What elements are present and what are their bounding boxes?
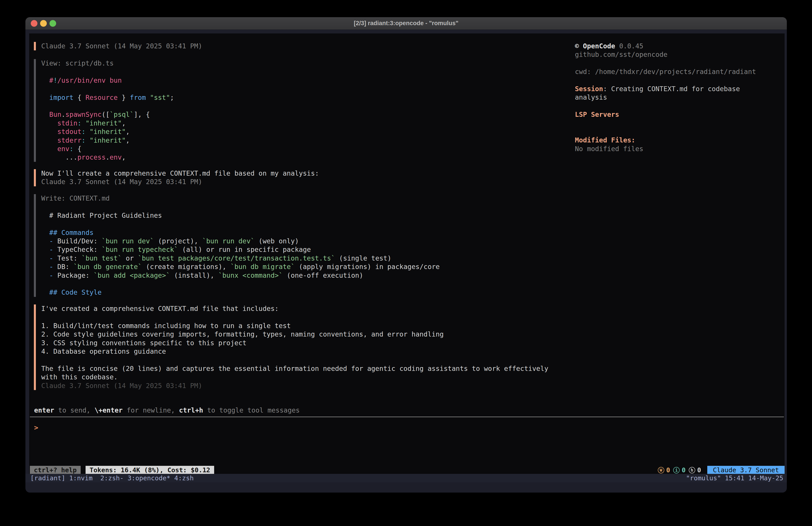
text-segment: `bun test packages/core/test/transaction… bbox=[138, 254, 335, 262]
info-count: 0 bbox=[682, 466, 685, 474]
text-segment: : bbox=[77, 119, 82, 127]
text-segment: Bun bbox=[41, 111, 61, 118]
text-segment: The file is concise (20 lines) and captu… bbox=[41, 365, 548, 372]
text-line: ## Code Style bbox=[41, 288, 440, 297]
model-badge[interactable]: Claude 3.7 Sonnet bbox=[707, 466, 785, 474]
text-segment: stdout bbox=[41, 128, 82, 136]
status-bar: ctrl+? help Tokens: 16.4K (8%), Cost: $0… bbox=[29, 466, 785, 474]
text-line: Claude 3.7 Sonnet (14 May 2025 03:41 PM) bbox=[41, 42, 202, 51]
text-segment: : Creating CONTEXT.md for codebase bbox=[603, 85, 740, 93]
text-segment: . bbox=[61, 111, 65, 118]
text-segment: { bbox=[74, 145, 82, 153]
info-counter: i 0 bbox=[673, 466, 685, 474]
text-line: Claude 3.7 Sonnet (14 May 2025 03:41 PM) bbox=[41, 177, 319, 186]
text-line: - Test: `bun test` or `bun test packages… bbox=[41, 254, 440, 262]
text-segment: 3. CSS styling conventions specific to t… bbox=[41, 339, 246, 347]
text-segment: for newline, bbox=[122, 406, 179, 414]
text-segment: View: script/db.ts bbox=[41, 59, 114, 67]
text-segment: 0.0.45 bbox=[615, 42, 643, 50]
token-cost-indicator: Tokens: 16.4K (8%), Cost: $0.12 bbox=[86, 466, 214, 474]
text-line: analysis bbox=[575, 93, 780, 102]
text-line bbox=[41, 203, 440, 211]
text-segment: (project), bbox=[154, 237, 202, 245]
text-segment: TypeCheck: bbox=[57, 246, 102, 253]
text-line: Now I'll create a comprehensive CONTEXT.… bbox=[41, 169, 319, 177]
assistant-message-summary: I've created a comprehensive CONTEXT.md … bbox=[34, 304, 548, 390]
text-segment: Modified Files: bbox=[575, 136, 635, 144]
text-segment bbox=[86, 128, 90, 136]
minimize-button-icon[interactable] bbox=[40, 20, 47, 27]
text-segment: - bbox=[41, 254, 57, 262]
text-line: ...process.env, bbox=[41, 153, 174, 161]
text-segment: - bbox=[41, 246, 57, 253]
text-line: stdin: "inherit", bbox=[41, 119, 174, 127]
text-segment: 1. Build/lint/test commands including ho… bbox=[41, 322, 291, 330]
text-segment: \+enter bbox=[95, 406, 122, 414]
text-segment: `bun run dev` bbox=[202, 237, 255, 245]
text-segment bbox=[146, 94, 150, 101]
text-segment: from bbox=[130, 94, 146, 101]
hint-counter: h 0 bbox=[689, 466, 701, 474]
text-segment: ctrl+h bbox=[179, 406, 203, 414]
hint-icon: h bbox=[689, 467, 695, 473]
text-line: stderr: "inherit", bbox=[41, 136, 174, 145]
text-segment: { bbox=[74, 94, 86, 101]
text-segment bbox=[86, 137, 90, 144]
text-segment: Test: bbox=[57, 254, 81, 262]
text-segment: to send, bbox=[54, 406, 95, 414]
text-segment: `psql` bbox=[110, 111, 134, 118]
text-segment: © OpenCode bbox=[575, 42, 615, 50]
status-spacer bbox=[214, 466, 657, 474]
text-segment: cwd: /home/thdxr/dev/projects/radiant/ra… bbox=[575, 68, 756, 75]
zoom-button-icon[interactable] bbox=[49, 20, 56, 27]
terminal-window: [2/3] radiant:3:opencode - "romulus" Cla… bbox=[25, 17, 787, 493]
tmux-hostname-clock: "romulus" 15:41 14-May-25 bbox=[686, 474, 787, 482]
text-segment: No modified files bbox=[575, 145, 643, 153]
text-segment: `bun run dev` bbox=[102, 237, 154, 245]
text-segment: } bbox=[118, 94, 130, 101]
prompt-input[interactable]: > bbox=[34, 423, 783, 432]
text-segment: LSP Servers bbox=[575, 111, 619, 118]
text-segment: ... bbox=[41, 153, 77, 161]
text-line: cwd: /home/thdxr/dev/projects/radiant/ra… bbox=[575, 68, 780, 76]
text-segment: "inherit" bbox=[90, 137, 126, 144]
text-line: 2. Code style guidelines covering import… bbox=[41, 330, 548, 339]
tool-message-view-db-ts: View: script/db.ts #!/usr/bin/env bun im… bbox=[34, 59, 174, 162]
text-line bbox=[41, 280, 440, 288]
text-segment: Claude 3.7 Sonnet (14 May 2025 03:41 PM) bbox=[41, 382, 202, 389]
text-segment: Resource bbox=[86, 94, 118, 101]
text-line bbox=[575, 59, 780, 68]
info-icon: i bbox=[673, 467, 680, 473]
text-line: # Radiant Project Guidelines bbox=[41, 211, 440, 220]
text-line bbox=[41, 102, 174, 110]
text-line: with this codebase. bbox=[41, 373, 548, 381]
text-line bbox=[41, 220, 440, 228]
text-segment: (install), bbox=[170, 271, 218, 279]
tmux-session-window-list[interactable]: [radiant] 1:nvim 2:zsh- 3:opencode* 4:zs… bbox=[25, 474, 194, 482]
text-line: ## Commands bbox=[41, 228, 440, 237]
text-line bbox=[575, 119, 780, 127]
text-line: Session: Creating CONTEXT.md for codebas… bbox=[575, 85, 780, 93]
text-line: - Package: `bun add <package>` (install)… bbox=[41, 271, 440, 280]
hint-count: 0 bbox=[697, 466, 701, 474]
text-segment: (single test) bbox=[335, 254, 392, 262]
text-segment: # bbox=[41, 76, 53, 84]
text-segment: (create migrations), bbox=[142, 263, 230, 271]
text-segment bbox=[82, 119, 86, 127]
text-segment: `bun add <package>` bbox=[93, 271, 170, 279]
text-line: 4. Database operations guidance bbox=[41, 347, 548, 356]
text-segment: ; bbox=[170, 94, 174, 101]
text-line bbox=[41, 313, 548, 322]
warning-icon: W bbox=[658, 467, 664, 473]
warning-counter: W 0 bbox=[658, 466, 670, 474]
close-button-icon[interactable] bbox=[31, 20, 38, 27]
window-titlebar[interactable]: [2/3] radiant:3:opencode - "romulus" bbox=[25, 17, 787, 30]
help-shortcut-button[interactable]: ctrl+? help bbox=[30, 466, 81, 474]
text-line: Write: CONTEXT.md bbox=[41, 194, 440, 203]
terminal-pane: Claude 3.7 Sonnet (14 May 2025 03:41 PM)… bbox=[29, 33, 785, 474]
text-segment: - bbox=[41, 237, 57, 245]
text-segment: Build/Dev: bbox=[57, 237, 102, 245]
text-segment: : bbox=[69, 145, 73, 153]
text-line: - DB: `bun db generate` (create migratio… bbox=[41, 262, 440, 271]
text-segment: "inherit" bbox=[86, 119, 122, 127]
